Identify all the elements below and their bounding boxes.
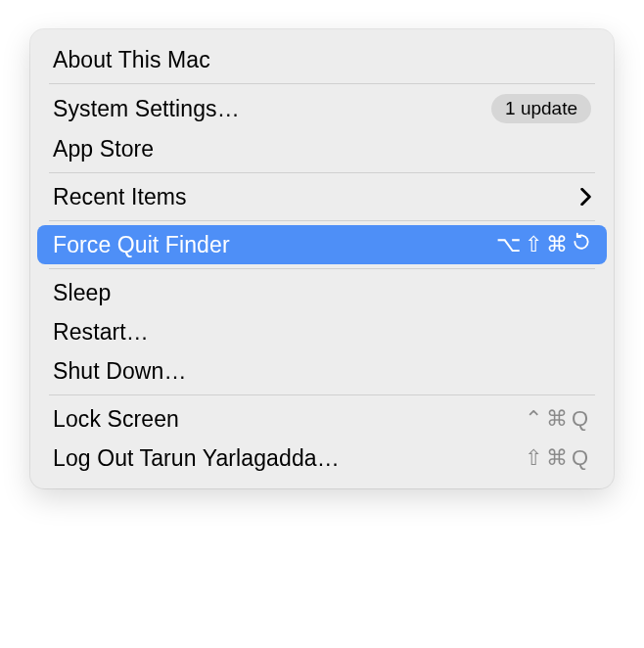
menu-item-label: Force Quit Finder (53, 232, 230, 258)
keyboard-shortcut: ⌥ ⇧ ⌘ (496, 232, 591, 257)
menu-item-label: About This Mac (53, 47, 210, 73)
menu-item-log-out[interactable]: Log Out Tarun Yarlagadda… ⇧ ⌘ Q (37, 439, 607, 478)
command-key-icon: ⌘ (546, 445, 571, 471)
menu-item-app-store[interactable]: App Store (37, 129, 607, 168)
chevron-right-icon (580, 188, 591, 206)
menu-item-label: System Settings… (53, 96, 240, 122)
relaunch-icon (572, 232, 591, 257)
menu-item-label: Restart… (53, 319, 149, 346)
menu-item-lock-screen[interactable]: Lock Screen ⌃ ⌘ Q (37, 399, 607, 439)
command-key-icon: ⌘ (546, 232, 571, 257)
menu-item-label: Lock Screen (53, 406, 179, 433)
menu-item-label: Log Out Tarun Yarlagadda… (53, 445, 340, 472)
menu-section: About This Mac (37, 36, 607, 83)
menu-section: Sleep Restart… Shut Down… (37, 269, 607, 394)
menu-section: Force Quit Finder ⌥ ⇧ ⌘ (37, 221, 607, 268)
menu-item-system-settings[interactable]: System Settings… 1 update (37, 88, 607, 129)
menu-item-label: App Store (53, 136, 154, 162)
menu-item-shut-down[interactable]: Shut Down… (37, 351, 607, 391)
keyboard-shortcut: ⌃ ⌘ Q (525, 406, 591, 432)
q-key: Q (572, 445, 591, 471)
menu-item-force-quit[interactable]: Force Quit Finder ⌥ ⇧ ⌘ (37, 225, 607, 264)
menu-item-label: Shut Down… (53, 358, 187, 385)
menu-item-about-this-mac[interactable]: About This Mac (37, 40, 607, 79)
menu-item-restart[interactable]: Restart… (37, 312, 607, 351)
shift-key-icon: ⇧ (525, 445, 545, 471)
control-key-icon: ⌃ (525, 406, 545, 432)
update-badge: 1 update (491, 94, 591, 123)
keyboard-shortcut: ⇧ ⌘ Q (525, 445, 591, 471)
menu-item-label: Recent Items (53, 184, 187, 210)
menu-section: System Settings… 1 update App Store (37, 84, 607, 172)
q-key: Q (572, 406, 591, 432)
command-key-icon: ⌘ (546, 406, 571, 432)
apple-menu: About This Mac System Settings… 1 update… (30, 29, 614, 488)
menu-item-label: Sleep (53, 280, 111, 306)
menu-section: Recent Items (37, 173, 607, 220)
menu-section: Lock Screen ⌃ ⌘ Q Log Out Tarun Yarlagad… (37, 395, 607, 482)
shift-key-icon: ⇧ (525, 232, 545, 257)
menu-item-sleep[interactable]: Sleep (37, 273, 607, 312)
menu-item-recent-items[interactable]: Recent Items (37, 177, 607, 216)
option-key-icon: ⌥ (496, 232, 524, 257)
